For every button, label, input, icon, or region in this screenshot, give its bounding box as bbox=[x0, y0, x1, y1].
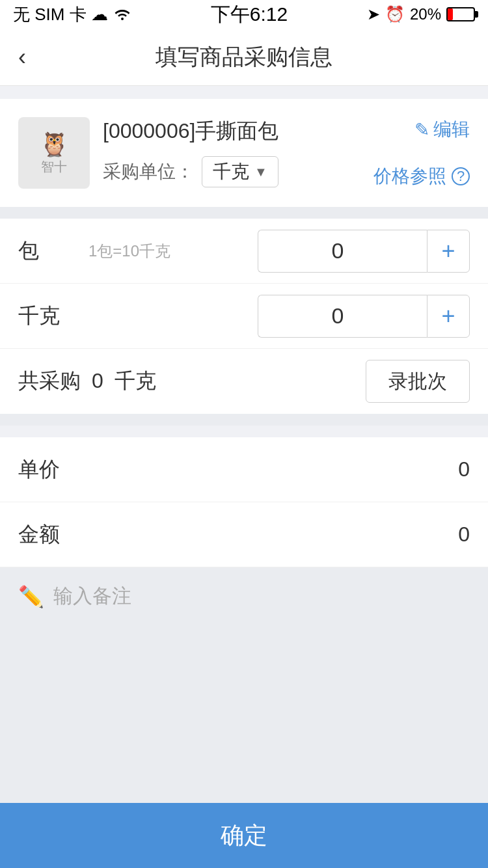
nav-bar: ‹ 填写商品采购信息 bbox=[0, 29, 488, 86]
product-card: 🦉 智十 [0000006]手撕面包 采购单位： 千克 ▼ ✎ 编辑 价格参照 … bbox=[0, 99, 488, 207]
summary-unit: 千克 bbox=[115, 369, 156, 392]
status-bar: 无 SIM 卡 ☁ 下午6:12 ➤ ⏰ 20% bbox=[0, 0, 488, 29]
summary-prefix: 共采购 bbox=[18, 369, 81, 392]
note-section[interactable]: ✏️ 输入备注 bbox=[0, 567, 488, 625]
batch-button[interactable]: 录批次 bbox=[366, 360, 470, 403]
bag-plus-button[interactable]: + bbox=[427, 230, 470, 273]
product-thumb-label: 智十 bbox=[41, 158, 67, 176]
question-icon: ? bbox=[452, 167, 470, 185]
location-icon: ➤ bbox=[367, 5, 380, 23]
price-ref-label: 价格参照 bbox=[373, 164, 446, 189]
bag-input-right: + bbox=[258, 230, 470, 273]
confirm-button[interactable]: 确定 bbox=[0, 803, 488, 868]
unit-price-value: 0 bbox=[458, 457, 470, 481]
edit-button[interactable]: ✎ 编辑 bbox=[414, 117, 470, 142]
price-ref-button[interactable]: 价格参照 ? bbox=[373, 164, 470, 189]
amount-label: 金额 bbox=[18, 521, 60, 549]
note-placeholder: 输入备注 bbox=[53, 583, 131, 610]
summary-quantity: 0 bbox=[92, 369, 103, 392]
bag-input-row: 包 1包=10千克 + bbox=[0, 219, 488, 284]
input-section: 包 1包=10千克 + 千克 + 共采购 0 千克 录批次 bbox=[0, 219, 488, 414]
back-button[interactable]: ‹ bbox=[18, 44, 26, 71]
bag-sublabel: 1包=10千克 bbox=[88, 241, 170, 262]
product-thumbnail: 🦉 智十 bbox=[18, 117, 90, 189]
page-title: 填写商品采购信息 bbox=[156, 42, 332, 72]
wifi-icon bbox=[113, 5, 131, 25]
summary-text: 共采购 0 千克 bbox=[18, 367, 156, 396]
status-right: ➤ ⏰ 20% bbox=[367, 5, 475, 23]
battery-percent: 20% bbox=[410, 5, 441, 23]
kg-input-row: 千克 + bbox=[0, 284, 488, 349]
bottom-spacer bbox=[0, 625, 488, 821]
edit-label: 编辑 bbox=[433, 117, 470, 142]
amount-value: 0 bbox=[458, 522, 470, 547]
unit-label: 采购单位： bbox=[103, 159, 194, 184]
unit-price-label: 单价 bbox=[18, 455, 60, 484]
bag-label: 包 bbox=[18, 237, 83, 265]
alarm-icon: ⏰ bbox=[385, 5, 405, 23]
unit-select[interactable]: 千克 ▼ bbox=[202, 156, 278, 187]
chevron-down-icon: ▼ bbox=[254, 165, 267, 180]
bag-input[interactable] bbox=[258, 230, 427, 273]
battery-icon bbox=[446, 7, 475, 21]
product-thumb-owl-icon: 🦉 bbox=[40, 131, 69, 158]
amount-row: 金额 0 bbox=[0, 502, 488, 567]
edit-icon: ✎ bbox=[414, 119, 429, 141]
unit-price-row: 单价 0 bbox=[0, 437, 488, 502]
unit-value: 千克 bbox=[213, 159, 249, 184]
status-left: 无 SIM 卡 ☁ bbox=[13, 3, 131, 26]
status-time: 下午6:12 bbox=[211, 1, 288, 28]
summary-row: 共采购 0 千克 录批次 bbox=[0, 349, 488, 414]
section-divider-2 bbox=[0, 414, 488, 426]
kg-input[interactable] bbox=[258, 295, 427, 338]
price-section: 单价 0 金额 0 bbox=[0, 437, 488, 567]
kg-plus-button[interactable]: + bbox=[427, 295, 470, 338]
no-sim-text: 无 SIM 卡 ☁ bbox=[13, 3, 108, 26]
kg-label: 千克 bbox=[18, 302, 83, 331]
section-divider-1 bbox=[0, 207, 488, 219]
pencil-icon: ✏️ bbox=[18, 584, 44, 609]
kg-input-right: + bbox=[258, 295, 470, 338]
